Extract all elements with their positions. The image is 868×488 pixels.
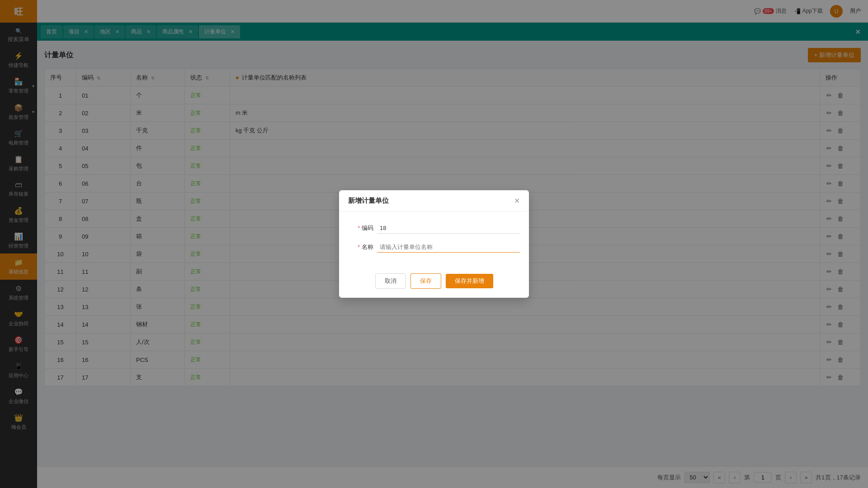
modal-close-button[interactable]: ✕: [514, 197, 520, 205]
save-button[interactable]: 保存: [410, 273, 441, 289]
code-form-row: 编码: [348, 223, 520, 234]
modal-header: 新增计量单位 ✕: [339, 190, 529, 212]
name-input[interactable]: [377, 242, 520, 253]
name-form-row: 名称: [348, 242, 520, 253]
name-label: 名称: [348, 243, 373, 251]
code-label: 编码: [348, 224, 373, 232]
add-unit-modal: 新增计量单位 ✕ 编码 名称 取消 保存 保存并新增: [339, 190, 529, 298]
save-continue-button[interactable]: 保存并新增: [446, 274, 493, 288]
cancel-button[interactable]: 取消: [375, 273, 406, 289]
code-input[interactable]: [377, 223, 520, 234]
modal-title: 新增计量单位: [348, 197, 389, 205]
modal-footer: 取消 保存 保存并新增: [339, 268, 529, 298]
modal-overlay[interactable]: 新增计量单位 ✕ 编码 名称 取消 保存 保存并新增: [0, 0, 868, 488]
modal-body: 编码 名称: [339, 212, 529, 268]
